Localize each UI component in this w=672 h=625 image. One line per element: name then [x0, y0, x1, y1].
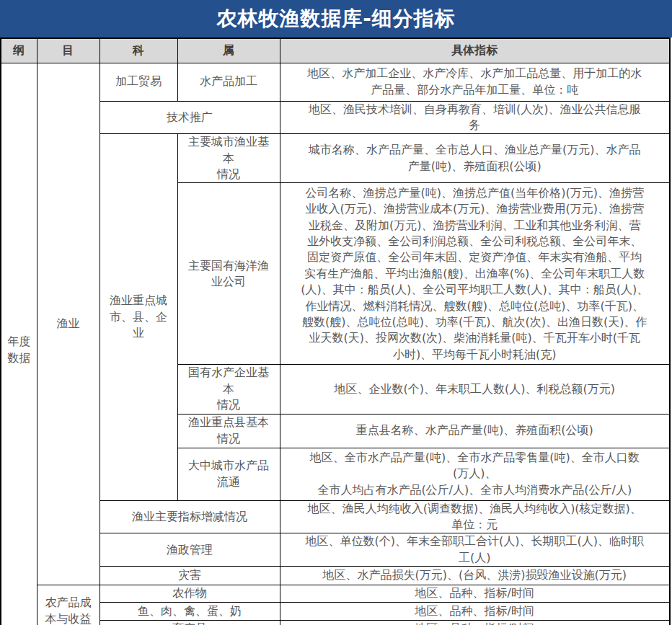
cell-genus-city-fishery-basic: 主要城市渔业基 本 情况 [177, 134, 280, 183]
column-header-family: 科 [100, 38, 177, 63]
cell-family-tech-promotion: 技术推广 [100, 101, 280, 134]
table-row: 农产品成 本与收益 农作物 地区、品种、指标/时间 [1, 585, 670, 603]
cell-indicators-city-aquatic-circulation: 地区、全市水产品产量(吨)、全市水产品零售量(吨)、全市人口数 (万人)、 全市… [280, 448, 670, 500]
indicators-table: 纲 目 科 属 具体指标 年度 数据 渔业 加工贸易 水产品加工 地区、水产加工… [0, 37, 671, 625]
table-row: 畜产品 地区、品种、指标/时间 [1, 621, 670, 625]
title-bar: 农林牧渔数据库-细分指标 [0, 0, 672, 37]
cell-family-key-cities-counties: 渔业重点城 市、县、企 业 [100, 134, 177, 500]
cell-genus-city-aquatic-circulation: 大中城市水产品 流通 [177, 448, 280, 500]
cell-order-fishery: 渔业 [37, 63, 100, 585]
cell-indicators-disaster: 地区、水产品损失(万元)、(台风、洪涝)损毁渔业设施(万元) [280, 567, 670, 585]
column-header-class: 纲 [1, 38, 37, 63]
column-header-indicators: 具体指标 [280, 38, 670, 63]
column-header-order: 目 [37, 38, 100, 63]
cell-genus-state-aquatic-enterprise: 国有水产企业基 本 情况 [177, 365, 280, 414]
cell-indicators-tech-promotion: 地区、渔民技术培训、自身再教育、培训(人次)、渔业公共信息服 务 [280, 101, 670, 134]
cell-genus-aquatic-processing: 水产品加工 [177, 63, 280, 101]
table-row: 灾害 地区、水产品损失(万元)、(台风、洪涝)损毁渔业设施(万元) [1, 567, 670, 585]
page-title: 农林牧渔数据库-细分指标 [216, 5, 456, 32]
cell-indicators-state-aquatic-enterprise: 地区、企业数(个)、年末职工人数(人)、利税总额(万元) [280, 365, 670, 414]
cell-indicators-crops: 地区、品种、指标/时间 [280, 585, 670, 603]
cell-indicators-aquatic-processing: 地区、水产加工企业、水产冷库、水产加工品总量、用于加工的水 产品量、部分水产品年… [280, 63, 670, 101]
cell-family-fish-meat-poultry-eggs-milk: 鱼、肉、禽、蛋、奶 [100, 603, 280, 621]
cell-genus-state-marine-company: 主要国有海洋渔 业公司 [177, 183, 280, 365]
cell-indicators-city-fishery-basic: 城市名称、水产品产量、全市总人口、渔业总产量(万元)、水产品 产量(吨)、养殖面… [280, 134, 670, 183]
cell-order-agri-cost-benefit: 农产品成 本与收益 [37, 585, 100, 625]
cell-family-disaster: 灾害 [100, 567, 280, 585]
column-header-genus: 属 [177, 38, 280, 63]
cell-indicators-fishery-administration: 地区、单位数(个)、年末全部职工合计(人)、长期职工(人)、临时职 工(人) [280, 533, 670, 567]
cell-family-fishery-administration: 渔政管理 [100, 533, 280, 567]
table-row: 渔政管理 地区、单位数(个)、年末全部职工合计(人)、长期职工(人)、临时职 工… [1, 533, 670, 567]
cell-indicators-key-county-basic: 重点县名称、水产品产量(吨)、养殖面积(公顷) [280, 414, 670, 448]
header-row: 纲 目 科 属 具体指标 [1, 38, 670, 63]
table-row: 渔业主要指标增减情况 地区、渔民人均纯收入(调查数据)、渔民人均纯收入)(核定数… [1, 500, 670, 533]
cell-genus-key-county-basic: 渔业重点县基本 情况 [177, 414, 280, 448]
database-indicator-page: 农林牧渔数据库-细分指标 纲 目 科 属 具体指标 年度 数据 渔业 加工贸易 … [0, 0, 672, 625]
table-row: 年度 数据 渔业 加工贸易 水产品加工 地区、水产加工企业、水产冷库、水产加工品… [1, 63, 670, 101]
table-row: 技术推广 地区、渔民技术培训、自身再教育、培训(人次)、渔业公共信息服 务 [1, 101, 670, 134]
cell-family-livestock-products: 畜产品 [100, 621, 280, 625]
table-row: 鱼、肉、禽、蛋、奶 地区、品种、指标/时间 [1, 603, 670, 621]
cell-family-indicator-changes: 渔业主要指标增减情况 [100, 500, 280, 533]
cell-indicators-fish-meat-poultry-eggs-milk: 地区、品种、指标/时间 [280, 603, 670, 621]
cell-indicators-state-marine-company: 公司名称、渔捞总产量(吨)、渔捞总产值(当年价格)(万元)、渔捞营 业收入(万元… [280, 183, 670, 365]
cell-indicators-indicator-changes: 地区、渔民人均纯收入(调查数据)、渔民人均纯收入)(核定数据)、 单位：元 [280, 500, 670, 533]
cell-family-crops: 农作物 [100, 585, 280, 603]
cell-family-processing-trade: 加工贸易 [100, 63, 177, 101]
cell-indicators-livestock-products: 地区、品种、指标/时间 [280, 621, 670, 625]
cell-class-annual-data: 年度 数据 [1, 63, 37, 625]
table-row: 渔业重点城 市、县、企 业 主要城市渔业基 本 情况 城市名称、水产品产量、全市… [1, 134, 670, 183]
